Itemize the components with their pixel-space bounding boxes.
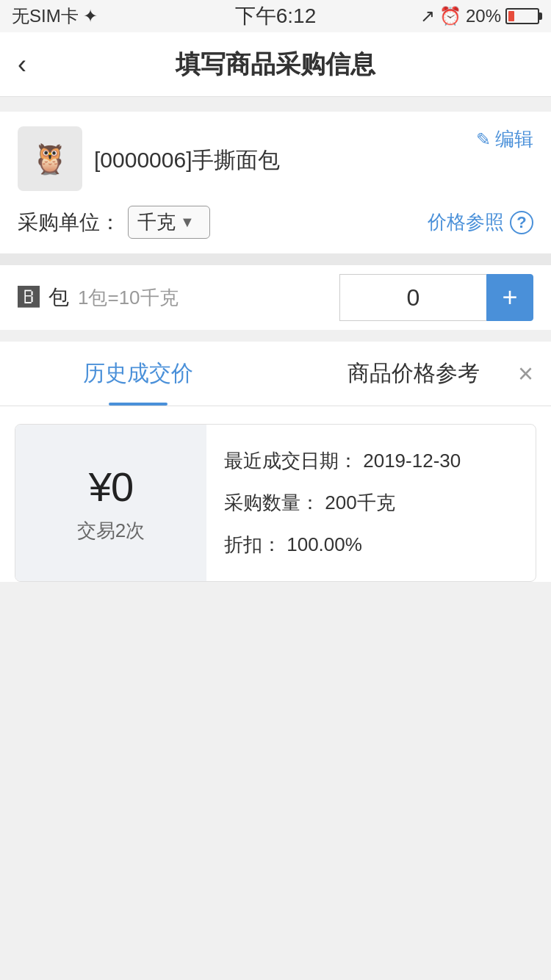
tab-history-price[interactable]: 历史成交价: [0, 342, 276, 406]
recent-date-label: 最近成交日期：: [224, 450, 358, 472]
product-thumbnail: 🦉: [18, 126, 82, 191]
recent-date-value: 2019-12-30: [363, 450, 461, 472]
price-ref-label: 价格参照: [428, 209, 504, 235]
bag-icon: 🅱: [18, 285, 40, 310]
section-divider: [0, 253, 551, 265]
edit-icon: ✎: [476, 129, 491, 150]
quantity-row: 🅱 包 1包=10千克 0 +: [0, 265, 551, 330]
purchase-quantity-label: 采购数量：: [224, 491, 320, 514]
product-name: [0000006]手撕面包: [94, 145, 280, 176]
quantity-input[interactable]: 0: [339, 274, 486, 321]
status-right: ↗ ⏰ 20%: [420, 6, 539, 26]
tab-product-price-ref[interactable]: 商品价格参考: [276, 342, 551, 406]
unit-value: 千克: [137, 209, 176, 235]
product-header: 🦉 [0000006]手撕面包 ✎ 编辑: [18, 126, 533, 191]
price-reference-button[interactable]: 价格参照 ?: [428, 209, 533, 235]
tab-active-underline: [109, 403, 168, 406]
battery-icon: [505, 8, 539, 24]
product-card: 🦉 [0000006]手撕面包 ✎ 编辑 采购单位： 千克 ▼ 价格参照 ?: [0, 112, 551, 253]
battery-text: 20%: [466, 6, 501, 26]
bag-unit-text: 1包=10千克: [78, 285, 179, 311]
status-bar: 无SIM卡 ✦ 下午6:12 ↗ ⏰ 20%: [0, 0, 551, 32]
tab-history-label: 历史成交价: [83, 359, 193, 389]
product-unit-row: 采购单位： 千克 ▼ 价格参照 ?: [18, 206, 533, 239]
transaction-left: ¥0 交易2次: [15, 425, 206, 581]
unit-label: 采购单位： 千克 ▼: [18, 206, 210, 239]
unit-select[interactable]: 千克 ▼: [128, 206, 210, 239]
tab-close-button[interactable]: ×: [518, 361, 533, 387]
alarm-icon: ⏰: [439, 6, 461, 26]
quantity-plus-button[interactable]: +: [486, 274, 533, 321]
tabs-panel: 历史成交价 商品价格参考 × ¥0 交易2次 最近成交日期： 2019-12-3…: [0, 342, 551, 582]
help-icon: ?: [510, 211, 533, 234]
main-content-area: [0, 599, 551, 980]
product-thumb-icon: 🦉: [32, 142, 68, 176]
tab-price-ref-label: 商品价格参考: [347, 359, 480, 389]
recent-date-row: 最近成交日期： 2019-12-30: [224, 447, 518, 475]
edit-button[interactable]: ✎ 编辑: [476, 126, 533, 152]
quantity-control: 0 +: [339, 274, 533, 321]
discount-row: 折扣： 100.00%: [224, 530, 518, 559]
edit-label: 编辑: [495, 126, 533, 152]
status-carrier: 无SIM卡 ✦: [12, 4, 98, 28]
unit-label-text: 采购单位：: [18, 209, 120, 237]
quantity-label: 🅱 包 1包=10千克: [18, 284, 179, 311]
transaction-card: ¥0 交易2次 最近成交日期： 2019-12-30 采购数量： 200千克 折…: [15, 424, 536, 582]
transaction-count: 交易2次: [77, 518, 145, 544]
quantity-value: 0: [407, 284, 420, 311]
purchase-quantity-value: 200千克: [325, 491, 395, 514]
bag-label: 包: [48, 284, 69, 311]
transaction-right: 最近成交日期： 2019-12-30 采购数量： 200千克 折扣： 100.0…: [206, 425, 536, 581]
discount-label: 折扣：: [224, 533, 281, 555]
location-icon: ↗: [420, 6, 435, 26]
dropdown-arrow-icon: ▼: [180, 214, 195, 231]
discount-value: 100.00%: [287, 533, 362, 555]
status-time: 下午6:12: [235, 2, 317, 30]
product-left: 🦉 [0000006]手撕面包: [18, 126, 280, 191]
nav-bar: ‹ 填写商品采购信息: [0, 32, 551, 97]
page-title: 填写商品采购信息: [176, 48, 375, 82]
purchase-quantity-row: 采购数量： 200千克: [224, 489, 518, 517]
back-button[interactable]: ‹: [18, 49, 26, 80]
transaction-price: ¥0: [89, 463, 133, 511]
carrier-text: 无SIM卡 ✦: [12, 4, 98, 28]
tabs-header: 历史成交价 商品价格参考 ×: [0, 342, 551, 406]
